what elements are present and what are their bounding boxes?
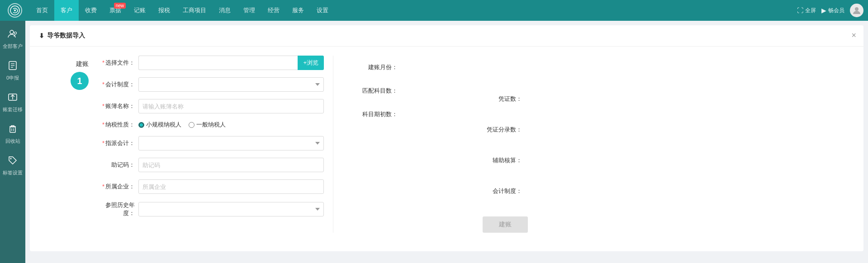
- small-taxpayer-radio-label[interactable]: 小规模纳税人: [138, 121, 181, 129]
- svg-point-2: [855, 7, 859, 11]
- ledger-name-input[interactable]: [138, 99, 324, 113]
- general-taxpayer-radio-label[interactable]: 一般纳税人: [189, 121, 226, 129]
- nav-right: ⛶ 全屏 ▶ 畅会员: [797, 4, 863, 17]
- vertical-divider: [333, 56, 333, 233]
- ledger-name-row: *账簿名称：: [98, 99, 324, 113]
- svg-rect-11: [10, 127, 15, 132]
- nav-item-tax[interactable]: 报税: [152, 0, 176, 21]
- sidebar: 全部客户 0申报 账套迁移: [0, 21, 25, 263]
- nav-item-messages[interactable]: 消息: [213, 0, 237, 21]
- svg-point-1: [14, 9, 16, 11]
- vip-btn[interactable]: ▶ 畅会员: [821, 7, 844, 14]
- card-header: ⬇ 导爷数据导入: [30, 25, 863, 47]
- tags-icon: [8, 155, 18, 168]
- migrate-icon: [8, 92, 18, 104]
- card-title: 导爷数据导入: [47, 32, 85, 40]
- match-subjects-value: [401, 84, 455, 98]
- info-section: 建账月份： 匹配科目数： 科目期初数：: [342, 56, 455, 233]
- logo-circle: [8, 3, 22, 18]
- small-taxpayer-radio[interactable]: [138, 122, 144, 128]
- month-label: 建账月份：: [360, 63, 401, 71]
- accounting-system-row: *会计制度：: [98, 77, 324, 92]
- nav-item-invoices[interactable]: 票据 new: [103, 0, 128, 21]
- month-row: 建账月份：: [360, 60, 455, 75]
- nav-item-manage[interactable]: 管理: [237, 0, 261, 21]
- nav-item-customers[interactable]: 客户: [54, 0, 79, 21]
- auxiliary-row: 辅助核算：: [485, 153, 526, 168]
- company-input[interactable]: [138, 179, 324, 194]
- import-dialog-card: ⬇ 导爷数据导入 × 建账 1 *选择文件：: [30, 25, 863, 251]
- ledger-name-label: *账簿名称：: [98, 102, 138, 110]
- file-label: *选择文件：: [98, 59, 138, 67]
- new-badge: new: [114, 3, 126, 9]
- header-icon: ⬇: [39, 32, 44, 39]
- voucher-row: 凭证数：: [485, 92, 526, 106]
- nav-items: 首页 客户 收费 票据 new 记账 报税 工商项目 消息 管理 经营: [30, 0, 797, 21]
- memo-label: 助记码：: [98, 161, 138, 169]
- file-input[interactable]: [138, 56, 298, 70]
- file-row: *选择文件： +浏览: [98, 56, 324, 70]
- sidebar-item-all-clients[interactable]: 全部客户: [0, 25, 25, 53]
- app-logo: [5, 0, 25, 21]
- form-section: *选择文件： +浏览 *会计制度：: [98, 56, 324, 233]
- declare-icon: [8, 61, 18, 73]
- company-label: *所属企业：: [98, 183, 138, 191]
- memo-input[interactable]: [138, 158, 324, 172]
- accountant-select[interactable]: [138, 136, 324, 150]
- svg-point-4: [14, 32, 17, 34]
- match-subjects-row: 匹配科目数：: [360, 84, 455, 98]
- step-circle: 1: [71, 72, 89, 90]
- sidebar-item-trash[interactable]: 回收站: [0, 120, 25, 148]
- svg-point-14: [10, 158, 12, 160]
- vip-icon: ▶: [821, 7, 826, 14]
- auxiliary-label: 辅助核算：: [485, 156, 526, 164]
- tax-type-label: *纳税性质：: [98, 121, 138, 129]
- svg-point-3: [10, 30, 14, 34]
- step-label: 建账: [76, 60, 89, 68]
- nav-item-services[interactable]: 服务: [286, 0, 310, 21]
- nav-item-home[interactable]: 首页: [30, 0, 54, 21]
- top-nav: 首页 客户 收费 票据 new 记账 报税 工商项目 消息 管理 经营: [0, 0, 868, 21]
- step-section: 建账 1: [43, 56, 98, 233]
- avatar[interactable]: [850, 4, 863, 17]
- sidebar-item-zero-declare[interactable]: 0申报: [0, 57, 25, 85]
- nav-item-billing[interactable]: 收费: [79, 0, 103, 21]
- voucher-entries-row: 凭证分录数：: [485, 122, 526, 137]
- subject-init-value: [401, 107, 455, 122]
- card-body: 建账 1 *选择文件： +浏览: [30, 47, 863, 242]
- company-row: *所属企业：: [98, 179, 324, 194]
- nav-item-operations[interactable]: 经营: [261, 0, 286, 21]
- main-content: ⬇ 导爷数据导入 × 建账 1 *选择文件：: [25, 21, 868, 263]
- month-value: [401, 60, 455, 75]
- tax-type-radio-group: 小规模纳税人 一般纳税人: [138, 121, 324, 129]
- voucher-label: 凭证数：: [485, 95, 526, 103]
- build-account-button[interactable]: 建账: [483, 216, 528, 233]
- sidebar-item-tags[interactable]: 标签设置: [0, 152, 25, 180]
- info-accounting-system-label: 会计制度：: [485, 187, 526, 195]
- browse-button[interactable]: +浏览: [298, 56, 324, 70]
- nav-item-settings[interactable]: 设置: [310, 0, 335, 21]
- nav-item-bookkeeping[interactable]: 记账: [128, 0, 152, 21]
- history-year-label: 参照历史年度：: [98, 201, 138, 217]
- accounting-system-select[interactable]: [138, 77, 324, 92]
- fullscreen-icon: ⛶: [797, 7, 803, 14]
- accountant-label: *指派会计：: [98, 139, 138, 147]
- subject-init-label: 科目期初数：: [360, 110, 401, 118]
- file-input-group: +浏览: [138, 56, 324, 70]
- close-button[interactable]: ×: [851, 31, 856, 40]
- app-body: 全部客户 0申报 账套迁移: [0, 21, 868, 263]
- subject-init-row: 科目期初数：: [360, 107, 455, 122]
- trash-icon: [8, 124, 18, 136]
- all-clients-icon: [8, 29, 18, 41]
- tax-type-row: *纳税性质： 小规模纳税人 一般纳税人: [98, 121, 324, 129]
- nav-item-business[interactable]: 工商项目: [176, 0, 213, 21]
- match-subjects-label: 匹配科目数：: [360, 87, 401, 95]
- general-taxpayer-radio[interactable]: [189, 122, 194, 128]
- build-btn-section: 凭证数： 凭证分录数： 辅助核算：: [455, 56, 546, 233]
- sidebar-item-migrate[interactable]: 账套迁移: [0, 89, 25, 117]
- history-year-row: 参照历史年度：: [98, 201, 324, 217]
- info-accounting-system-row: 会计制度：: [485, 184, 526, 198]
- history-year-select[interactable]: [138, 202, 324, 216]
- accounting-system-label: *会计制度：: [98, 80, 138, 89]
- fullscreen-btn[interactable]: ⛶ 全屏: [797, 7, 816, 14]
